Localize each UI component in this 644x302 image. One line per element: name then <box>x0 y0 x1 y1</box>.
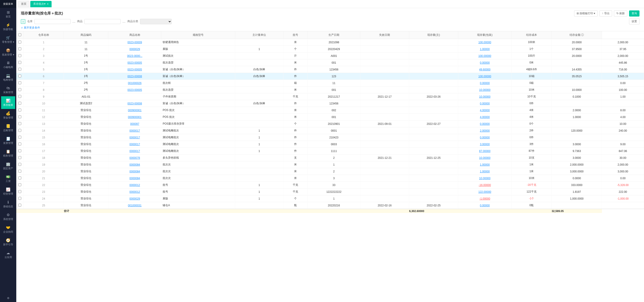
link-value[interactable]: 0000029 <box>130 197 140 200</box>
settings-btn[interactable]: 设置 <box>629 18 640 25</box>
product-input[interactable] <box>84 19 120 24</box>
sidebar-item-新手引导[interactable]: 🧭新手引导 <box>1 236 15 248</box>
cell-3[interactable]: 0023-00008 <box>108 73 161 80</box>
link-value[interactable]: 0.00000 <box>480 82 490 85</box>
cell-0[interactable] <box>16 195 24 202</box>
warehouse-input[interactable] <box>34 19 70 24</box>
link-value[interactable]: 0.00000 <box>480 122 490 125</box>
link-value[interactable]: 87.00000 <box>479 149 490 153</box>
sidebar-item-批发管理[interactable]: 📦批发管理 ▾ <box>1 46 15 59</box>
cell-3[interactable]: 000900001 <box>108 114 161 120</box>
cell-0[interactable] <box>16 93 24 100</box>
cell-0[interactable] <box>16 148 24 155</box>
cell-10[interactable]: 0.00000 <box>458 80 512 87</box>
row-checkbox[interactable] <box>18 41 21 44</box>
cell-10[interactable]: -1.00000 <box>458 195 512 202</box>
cell-0[interactable] <box>16 202 24 209</box>
row-checkbox[interactable] <box>18 142 21 145</box>
link-value[interactable]: 0000017 <box>130 149 140 153</box>
sidebar-item-固定资产[interactable]: 🏢固定资产 <box>1 160 15 172</box>
cell-3[interactable]: 0000017 <box>108 134 161 141</box>
cell-10[interactable]: 10.00000 <box>458 87 512 93</box>
link-value[interactable]: 10.00000 <box>479 177 490 180</box>
sidebar-settings-icon[interactable]: ⚙ <box>0 294 16 302</box>
link-value[interactable]: 4.00000 <box>480 115 490 119</box>
link-value[interactable]: 0000084 <box>130 163 140 166</box>
cell-10[interactable]: 1.00000 <box>458 46 512 53</box>
category-select[interactable] <box>140 19 172 24</box>
link-value[interactable]: 001000026 <box>128 82 142 85</box>
row-checkbox[interactable] <box>18 156 21 159</box>
row-checkbox[interactable] <box>18 108 21 111</box>
cell-0[interactable] <box>16 59 24 66</box>
sidebar-item-工资[interactable]: 💵工资 <box>1 172 15 185</box>
export-btn[interactable]: ↑ 导出 <box>600 11 612 17</box>
cell-10[interactable]: 0.00000 <box>458 59 512 66</box>
link-value[interactable]: 0.00000 <box>480 204 490 207</box>
cell-3[interactable]: 0000012 <box>108 182 161 189</box>
link-value[interactable]: 10.00000 <box>479 88 490 92</box>
cell-3[interactable]: 0000017 <box>108 148 161 155</box>
tab-close-icon[interactable]: ✕ <box>47 3 49 5</box>
sidebar-item-小融电商[interactable]: 🖥小融电商 <box>1 59 15 71</box>
select-all-checkbox[interactable] <box>18 33 21 36</box>
link-value[interactable]: -1.00000 <box>479 197 490 200</box>
link-value[interactable]: 0000012 <box>130 184 140 187</box>
row-checkbox[interactable] <box>18 47 21 50</box>
cell-0[interactable] <box>16 73 24 80</box>
cell-0[interactable] <box>16 39 24 46</box>
link-value[interactable]: 100.00000 <box>478 41 491 44</box>
cell-3[interactable]: 0000029 <box>108 46 161 53</box>
sidebar-item-资金管理[interactable]: 💰资金管理 <box>1 109 15 122</box>
cell-0[interactable] <box>16 46 24 53</box>
cell-3[interactable]: 0023-00009 <box>108 39 161 46</box>
cell-3[interactable]: 000900001 <box>108 107 161 114</box>
link-value[interactable]: 0000078 <box>130 156 140 160</box>
link-value[interactable]: 0.00000 <box>480 136 490 139</box>
cell-3[interactable]: 0000017 <box>108 127 161 134</box>
link-value[interactable]: 10.00000 <box>479 95 490 98</box>
link-value[interactable]: 1.00000 <box>480 48 490 51</box>
row-checkbox[interactable] <box>18 149 21 152</box>
link-value[interactable]: 100.00000 <box>478 54 491 58</box>
row-checkbox[interactable] <box>18 163 21 166</box>
row-checkbox[interactable] <box>18 68 21 71</box>
cell-3[interactable]: 0023-00005 <box>108 66 161 73</box>
link-value[interactable]: 0000017 <box>130 129 140 132</box>
cell-10[interactable]: 0.00000 <box>458 120 512 127</box>
link-value[interactable]: -16.00000 <box>479 184 491 187</box>
cell-0[interactable] <box>16 161 24 168</box>
link-value[interactable]: 000900001 <box>128 115 142 119</box>
link-value[interactable]: 0.00000 <box>480 61 490 64</box>
row-checkbox[interactable] <box>18 204 21 207</box>
refresh-btn[interactable]: ↻ 刷新 <box>614 11 627 17</box>
link-value[interactable]: 0023-00005 <box>128 68 142 71</box>
cell-0[interactable] <box>16 141 24 148</box>
sidebar-item-税务管理[interactable]: 📋税务管理 <box>1 147 15 160</box>
cell-0[interactable] <box>16 87 24 93</box>
cell-3[interactable]: 0000084 <box>108 168 161 175</box>
row-checkbox[interactable] <box>18 88 21 91</box>
sidebar-item-发票管理[interactable]: 🧾发票管理 <box>1 134 15 147</box>
cell-0[interactable] <box>16 53 24 59</box>
cell-0[interactable] <box>16 134 24 141</box>
cell-10[interactable]: 1.00000 <box>458 161 512 168</box>
link-value[interactable]: 0000012 <box>130 190 140 194</box>
sidebar-item-云应用[interactable]: ☁云应用 <box>1 248 15 261</box>
row-checkbox[interactable] <box>18 81 21 84</box>
cell-0[interactable] <box>16 80 24 87</box>
cell-3[interactable]: 0023-00005 <box>108 87 161 93</box>
cell-0[interactable] <box>16 66 24 73</box>
link-value[interactable]: 100.00000 <box>478 75 491 78</box>
cell-10[interactable]: 100.00000 <box>458 73 512 80</box>
link-value[interactable]: 2.00000 <box>480 129 490 132</box>
cell-0[interactable] <box>16 100 24 107</box>
cell-3[interactable]: 0000029 <box>108 195 161 202</box>
link-value[interactable]: 4.00000 <box>480 109 490 112</box>
row-checkbox[interactable] <box>18 170 21 173</box>
print-btn[interactable]: ⊞ 按模板打印 ▾ <box>574 11 598 17</box>
link-value[interactable]: 0023-00009 <box>128 41 142 44</box>
cell-0[interactable] <box>16 168 24 175</box>
link-value[interactable]: 0023-00008 <box>128 75 142 78</box>
sidebar-item-系统管理[interactable]: ⚙系统管理 <box>1 210 15 223</box>
